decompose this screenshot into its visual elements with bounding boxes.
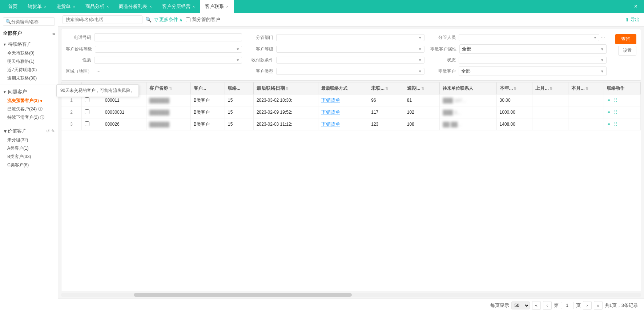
row-3-lastmonth	[532, 118, 568, 130]
my-customers-check[interactable]	[186, 17, 190, 22]
value-arrow: ▼	[3, 129, 8, 134]
value-customer-header[interactable]: ▼ 价值客户 ↺ ✎	[0, 126, 58, 136]
close-sales-icon[interactable]: ×	[44, 4, 46, 9]
row-3-action-more-icon[interactable]: ⠿	[614, 122, 617, 127]
lastmonth-sort: 上月... ⇅	[535, 85, 565, 92]
row-1-lastdate: 2023-03-02 10:30:	[253, 94, 318, 106]
nav-customer-contact[interactable]: 客户联系 ×	[200, 0, 233, 13]
a-class[interactable]: A类客户(1)	[0, 144, 58, 153]
problem-customer-header[interactable]: ▼ 问题客户	[0, 87, 58, 97]
nature-select[interactable]: ▼	[94, 57, 242, 64]
prev-page-button[interactable]: ‹	[543, 301, 552, 310]
lastmonth-sort-icon[interactable]: ⇅	[550, 86, 552, 90]
content-area: 🔍 ▽ 更多条件 ∧ 我分管的客户 ⬆ 导出	[58, 13, 644, 312]
row-2-check[interactable]	[85, 109, 89, 114]
export-icon: ⬆	[625, 17, 629, 23]
export-button[interactable]: ⬆ 导出	[625, 16, 640, 23]
row-1-action-link-icon[interactable]: ⚭	[607, 98, 611, 103]
nav-home[interactable]: 首页	[3, 0, 23, 13]
row-2-action-link-icon[interactable]: ⚭	[607, 110, 611, 115]
horizontal-scrollbar[interactable]	[61, 293, 641, 297]
c-class[interactable]: C类客户(6)	[0, 161, 58, 169]
pending-contact-header[interactable]: ▼ 待联络客户	[0, 40, 58, 49]
thismonth-sort: 本月... ⇅	[571, 85, 601, 92]
churn-warning[interactable]: 流失预警客户(3) ●	[0, 97, 58, 105]
row-2-action-more-icon[interactable]: ⠿	[614, 110, 617, 115]
last-page-button[interactable]: »	[594, 301, 603, 310]
unclassified[interactable]: 未分组(32)	[0, 136, 58, 144]
close-purchase-icon[interactable]: ×	[73, 4, 75, 9]
edit-icon[interactable]: ✎	[51, 129, 55, 134]
more-conditions-label: 更多条件	[159, 16, 178, 23]
name-sort-icon[interactable]: ⇅	[169, 86, 172, 90]
row-1-lastmonth	[532, 94, 568, 106]
customer-table: ⚙ 客户编码 ⇅ 客户名称	[61, 82, 641, 130]
person-more-icon[interactable]: ···	[599, 35, 607, 40]
main-search-input[interactable]	[66, 17, 139, 22]
my-customers-checkbox[interactable]: 我分管的客户	[186, 16, 220, 23]
thisyear-sort-icon[interactable]: ⇅	[514, 86, 516, 90]
window-close-button[interactable]: ×	[631, 3, 641, 10]
nav-sales[interactable]: 销货单 ×	[23, 0, 51, 13]
area-dots-icon[interactable]: ···	[95, 68, 102, 74]
value-icons: ↺ ✎	[46, 129, 55, 134]
scatter-attr-select[interactable]: 全部 ▼	[459, 44, 607, 54]
settings-button[interactable]: 设置	[618, 46, 636, 56]
sidebar-search-input[interactable]	[11, 19, 52, 24]
next-page-button[interactable]: ›	[583, 301, 592, 310]
b-class[interactable]: B类客户(33)	[0, 153, 58, 161]
overdue-pending[interactable]: 逾期未联络(30)	[0, 74, 58, 82]
nav-product-list[interactable]: 商品分析列表 ×	[114, 0, 157, 13]
scrollbar-thumb[interactable]	[134, 293, 352, 297]
price-grade-select[interactable]: ▼	[95, 46, 242, 53]
row-3-person: ██ ██...	[440, 118, 496, 130]
sidebar: 🔍 全部客户 « ▼ 待联络客户 今天待联络(0) 明天待联络(1) 近7天待联…	[0, 13, 58, 312]
already-churned[interactable]: 已流失客户(24) ⓘ	[0, 105, 58, 113]
close-product-analysis-icon[interactable]: ×	[106, 4, 109, 9]
payment-select[interactable]: ▼	[276, 57, 424, 64]
page-number-input[interactable]	[561, 302, 574, 309]
main-search-button[interactable]: 🔍	[145, 17, 152, 23]
area-label: 区域（地区）	[66, 68, 92, 74]
row-3-check[interactable]	[85, 121, 89, 126]
close-product-list-icon[interactable]: ×	[149, 4, 152, 9]
close-customer-contact-icon[interactable]: ×	[226, 4, 228, 9]
dept-select[interactable]: ▼	[276, 34, 424, 41]
col-name-header: 客户名称 ⇅	[146, 82, 190, 94]
phone-input[interactable]	[94, 33, 242, 41]
all-customers-header[interactable]: 全部客户 «	[0, 29, 58, 38]
close-customer-tier-icon[interactable]: ×	[193, 4, 195, 9]
nav-customer-tier[interactable]: 客户分层经营 ×	[157, 0, 200, 13]
per-page-select[interactable]: 50 20 100	[511, 301, 530, 309]
nav-home-label: 首页	[8, 3, 17, 10]
row-3-action-link-icon[interactable]: ⚭	[607, 122, 611, 127]
tomorrow-pending[interactable]: 明天待联络(1)	[0, 57, 58, 66]
scatter-select[interactable]: 全部 ▼	[459, 66, 607, 76]
customer-type-select[interactable]: ▼	[276, 68, 424, 75]
today-pending[interactable]: 今天待联络(0)	[0, 49, 58, 57]
overdue-sort-icon[interactable]: ⇅	[421, 86, 424, 90]
row-1-check[interactable]	[85, 97, 89, 102]
lastdate-sort-icon[interactable]: ⇅	[286, 86, 289, 90]
sidebar-collapse-icon[interactable]: «	[52, 31, 55, 36]
uncontacted-sort-icon[interactable]: ⇅	[385, 86, 388, 90]
scatter-attr-value: 全部	[462, 46, 471, 52]
first-page-button[interactable]: «	[532, 301, 541, 310]
query-button[interactable]: 查询	[615, 34, 636, 44]
nav-purchase[interactable]: 进货单 ×	[51, 0, 80, 13]
thismonth-sort-icon[interactable]: ⇅	[585, 86, 588, 90]
person-select[interactable]: ▼	[459, 34, 600, 41]
row-1-action-more-icon[interactable]: ⠿	[614, 98, 617, 103]
week-pending[interactable]: 近7天待联络(0)	[0, 66, 58, 74]
declining-customers[interactable]: 持续下滑客户(2) ⓘ	[0, 113, 58, 122]
customer-grade-select[interactable]: ▼	[276, 46, 424, 53]
status-select[interactable]: ▼	[459, 57, 607, 64]
more-conditions-button[interactable]: ▽ 更多条件 ∧	[154, 16, 183, 23]
dept-label: 分管部门	[248, 35, 273, 41]
filter-row-0: 电话号码 分管部门 ▼ 分管人员	[61, 32, 611, 43]
row-3-uncontacted: 123	[368, 118, 404, 130]
refresh-icon[interactable]: ↺	[46, 129, 50, 134]
nav-product-analysis[interactable]: 商品分析 ×	[80, 0, 114, 13]
uncontacted-sort: 未联... ⇅	[371, 85, 401, 92]
top-nav: 首页 销货单 × 进货单 × 商品分析 × 商品分析列表 × 客户分层经营 × …	[0, 0, 644, 13]
